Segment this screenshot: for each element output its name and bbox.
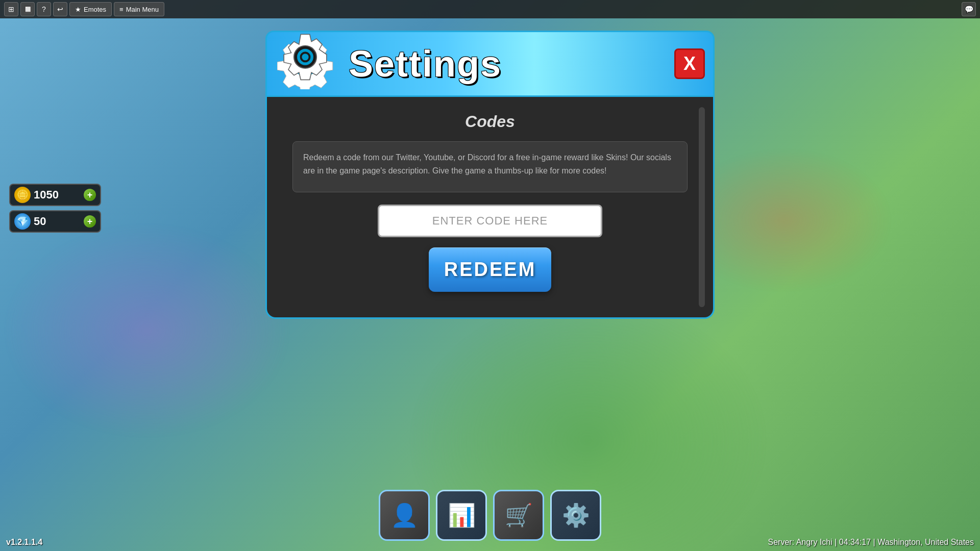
back-button[interactable]: ↩ <box>53 2 67 16</box>
gem-icon: 💎 <box>14 213 31 230</box>
settings-icon: ⚙️ <box>562 502 590 529</box>
gold-icon: 🪙 <box>14 187 31 203</box>
modal-body: Codes Redeem a code from our Twitter, Yo… <box>265 97 715 319</box>
bottom-toolbar: 👤 📊 🛒 ⚙️ <box>379 490 601 541</box>
chat-button[interactable]: 💬 <box>962 2 976 16</box>
leaderboard-button[interactable]: 📊 <box>436 490 487 541</box>
characters-icon: 👤 <box>390 502 419 529</box>
main-menu-button[interactable]: ≡ Main Menu <box>114 2 164 16</box>
description-text: Redeem a code from our Twitter, Youtube,… <box>292 141 688 192</box>
version-text: v1.2.1.1.4 <box>6 538 42 547</box>
gem-widget: 💎 50 + <box>9 210 101 233</box>
gem-add-button[interactable]: + <box>84 215 96 228</box>
shop-icon: 🛒 <box>505 502 533 529</box>
redeem-label: REDEEM <box>444 259 536 280</box>
settings-modal: Settings X Codes Redeem a code from our … <box>265 31 715 319</box>
gem-value: 50 <box>34 215 81 228</box>
gold-add-button[interactable]: + <box>84 189 96 201</box>
roblox-home-button[interactable]: ⊞ <box>4 2 18 16</box>
server-info: Server: Angry Ichi | 04:34:17 | Washingt… <box>768 538 974 547</box>
leaderboard-icon: 📊 <box>448 502 476 529</box>
emotes-label: Emotes <box>84 6 106 13</box>
menu-icon: ≡ <box>119 6 124 13</box>
gold-value: 1050 <box>34 188 81 202</box>
settings-toolbar-button[interactable]: ⚙️ <box>550 490 601 541</box>
shop-button[interactable]: 🛒 <box>493 490 544 541</box>
notifications-button[interactable]: 🔲 <box>20 2 35 16</box>
modal-header: Settings X <box>265 31 715 97</box>
close-icon: X <box>683 53 696 74</box>
redeem-button[interactable]: REDEEM <box>429 247 551 292</box>
gear-icon <box>277 33 338 94</box>
currency-container: 🪙 1050 + 💎 50 + <box>9 184 101 233</box>
topbar: ⊞ 🔲 ? ↩ ★ Emotes ≡ Main Menu 💬 <box>0 0 980 18</box>
gold-widget: 🪙 1050 + <box>9 184 101 206</box>
svg-point-5 <box>302 54 308 60</box>
close-button[interactable]: X <box>674 48 705 79</box>
code-input[interactable] <box>378 205 602 237</box>
star-icon: ★ <box>75 6 81 13</box>
emotes-button[interactable]: ★ Emotes <box>69 2 112 16</box>
section-title: Codes <box>292 112 688 131</box>
main-menu-label: Main Menu <box>126 6 159 13</box>
modal-title: Settings <box>349 43 502 85</box>
characters-button[interactable]: 👤 <box>379 490 430 541</box>
help-button[interactable]: ? <box>37 2 51 16</box>
